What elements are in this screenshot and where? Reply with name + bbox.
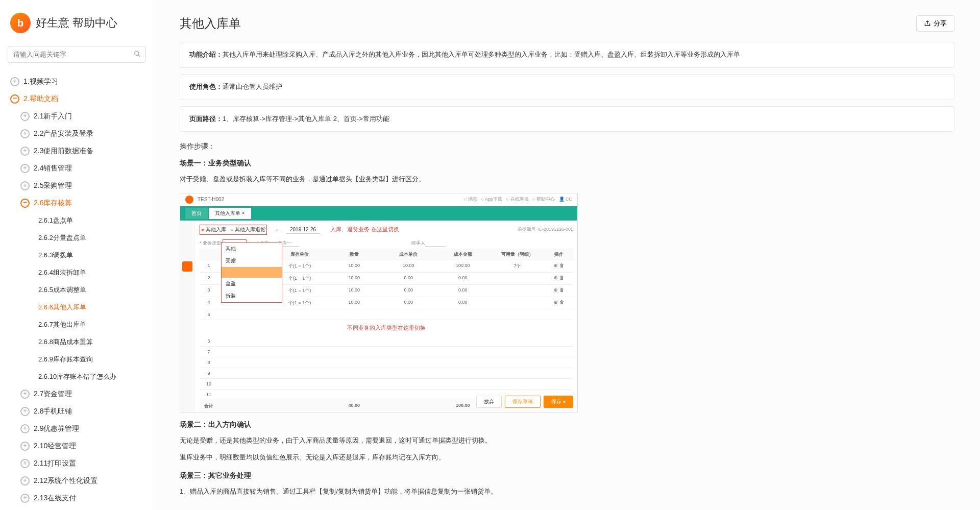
nav-2-10[interactable]: 2.10经营管理	[8, 438, 146, 455]
intro-text: 其他入库单用来处理除采购入库、产成品入库之外的其他入库业务，因此其他入库单可处理…	[223, 51, 740, 58]
share-icon	[924, 20, 931, 27]
scene3-text: 1、赠品入库的商品直接转为销售。通过工具栏【复制/复制为销货单】功能，将单据信息…	[180, 485, 954, 497]
scene2-text2: 退库业务中，明细数量均以负值红色展示。无论是入库还是退库，库存账均记在入库方向。	[180, 451, 954, 463]
plus-icon	[20, 164, 30, 173]
ss-cell: 10.00	[381, 260, 436, 272]
ss-th: 可用量（明细）	[490, 249, 545, 260]
nav-label: 2.6.7其他出库单	[38, 320, 86, 329]
nav-2-4[interactable]: 2.4销售管理	[8, 160, 146, 177]
nav-label: 2.7资金管理	[34, 390, 72, 399]
ss-tab-home: 首页	[185, 208, 208, 219]
nav-2-3[interactable]: 2.3使用前数据准备	[8, 142, 146, 160]
scene2-text1: 无论是受赠，还是其他类型的业务，由于入库商品质量等原因，需要退回，这时可通过单据…	[180, 434, 954, 446]
scene1-text: 对于受赠、盘盈或是拆装入库等不同的业务，是通过单据头【业务类型】进行区分。	[180, 173, 954, 185]
nav-2-2[interactable]: 2.2产品安装及登录	[8, 125, 146, 142]
ss-th: 操作	[545, 249, 573, 260]
share-button[interactable]: 分享	[916, 15, 954, 32]
nav-label: 1.视频学习	[23, 77, 58, 86]
nav-label: 2.1新手入门	[34, 112, 72, 121]
ss-th: 成本单价	[381, 249, 436, 260]
nav-label: 2.6.10库存账本错了怎么办	[38, 372, 116, 381]
plus-icon	[20, 129, 30, 138]
logo-icon: b	[10, 13, 31, 33]
ss-th: 成本金额	[436, 249, 491, 260]
nav-2-13[interactable]: 2.13在线支付	[8, 490, 146, 507]
ss-dd-item-selected	[222, 267, 282, 278]
path-label: 页面路径：	[189, 115, 223, 123]
search-box	[8, 46, 146, 63]
ss-date: 2019-12-26	[286, 226, 320, 234]
search-icon[interactable]	[134, 50, 141, 59]
svg-point-0	[135, 51, 139, 55]
nav-2-9[interactable]: 2.9优惠券管理	[8, 420, 146, 438]
ss-cell: 0.00	[381, 285, 436, 297]
nav-label: 2.8手机旺铺	[34, 407, 72, 416]
brand-logo[interactable]: b 好生意 帮助中心	[8, 10, 146, 36]
ss-cell: 0.00	[436, 297, 491, 309]
ss-radio2: 其他入库退货	[235, 227, 265, 232]
nav-label: 2.3使用前数据准备	[34, 147, 93, 156]
brand-name: 好生意 帮助中心	[36, 15, 117, 31]
page-title: 其他入库单	[180, 15, 241, 32]
nav-label: 2.5采购管理	[34, 181, 72, 190]
nav-2-6-1[interactable]: 2.6.1盘点单	[8, 212, 146, 229]
ss-cell: 0.00	[381, 297, 436, 309]
plus-icon	[20, 390, 30, 399]
nav-2-7[interactable]: 2.7资金管理	[8, 385, 146, 403]
table-row: 7	[200, 347, 573, 357]
plus-icon	[20, 476, 30, 485]
nav-2-6-5[interactable]: 2.6.5成本调整单	[8, 281, 146, 299]
ss-save-btn: 保存 ▾	[544, 396, 573, 408]
nav-2-6-9[interactable]: 2.6.9库存账本查询	[8, 351, 146, 368]
ss-tabbar: 首页 其他入库单 ×	[180, 206, 577, 221]
plus-icon	[20, 459, 30, 468]
nav-2-6-2[interactable]: 2.6.2分量盘点单	[8, 229, 146, 247]
search-input[interactable]	[8, 46, 146, 63]
nav-label: 2.9优惠券管理	[34, 424, 79, 433]
nav-label: 2.11打印设置	[34, 459, 76, 468]
minus-icon	[10, 94, 19, 104]
nav-label: 2.6.9库存账本查询	[38, 355, 93, 364]
nav-2-6-8[interactable]: 2.6.8商品成本重算	[8, 333, 146, 351]
ss-logo-icon	[185, 196, 193, 204]
nav-2-6-7[interactable]: 2.6.7其他出库单	[8, 316, 146, 333]
plus-icon	[10, 77, 19, 86]
nav-2-5[interactable]: 2.5采购管理	[8, 177, 146, 195]
nav-video[interactable]: 1.视频学习	[8, 73, 146, 90]
nav-2-11[interactable]: 2.11打印设置	[8, 455, 146, 472]
ss-rail-icon	[182, 261, 192, 272]
plus-icon	[20, 407, 30, 416]
sidebar: b 好生意 帮助中心 1.视频学习 2.帮助文档 2.1新手入门 2.2产品安装…	[0, 0, 154, 510]
role-box: 使用角色：通常由仓管人员维护	[180, 74, 954, 100]
table-row: 5	[200, 309, 573, 320]
scene3-title: 场景三：其它业务处理	[180, 471, 954, 480]
table-row: 10	[200, 379, 573, 390]
nav-2-6-10[interactable]: 2.6.10库存账本错了怎么办	[8, 368, 146, 385]
embedded-screenshot: TEST-H002 ○ 消息 ○ App下载 ○ 在线客服 ○ 帮助中心 👤 C…	[180, 193, 578, 412]
nav-label: 2.6.2分量盘点单	[38, 233, 86, 242]
role-label: 使用角色：	[189, 83, 223, 90]
nav-label: 2.6.5成本调整单	[38, 285, 86, 295]
nav-2-8[interactable]: 2.8手机旺铺	[8, 403, 146, 420]
nav-label: 2.帮助文档	[23, 94, 58, 104]
nav-2-6[interactable]: 2.6库存核算	[8, 195, 146, 212]
table-row: 8	[200, 357, 573, 368]
plus-icon	[20, 112, 30, 121]
steps-label: 操作步骤：	[180, 142, 954, 151]
ss-save-label: 保存	[551, 399, 561, 404]
share-label: 分享	[934, 19, 947, 28]
ss-cell: 10.00	[327, 273, 381, 284]
plus-icon	[20, 424, 30, 433]
plus-icon	[20, 181, 30, 190]
ss-annotation-1: 入库、退货业务 在这里切换	[330, 226, 399, 233]
nav-2-12[interactable]: 2.12系统个性化设置	[8, 472, 146, 490]
nav-label: 2.2产品安装及登录	[34, 129, 93, 138]
nav-2-6-3[interactable]: 2.6.3调拨单	[8, 247, 146, 264]
nav-help-docs[interactable]: 2.帮助文档	[8, 90, 146, 108]
nav-2-6-6[interactable]: 2.6.6其他入库单	[8, 299, 146, 316]
nav-2-6-4[interactable]: 2.6.4组装拆卸单	[8, 264, 146, 281]
ss-footer: 放弃 保存草稿 保存 ▾	[476, 396, 573, 408]
ss-radio1: 其他入库	[206, 227, 226, 232]
nav-2-1[interactable]: 2.1新手入门	[8, 108, 146, 125]
nav-2-14[interactable]: 2.14常见问题	[8, 507, 146, 510]
